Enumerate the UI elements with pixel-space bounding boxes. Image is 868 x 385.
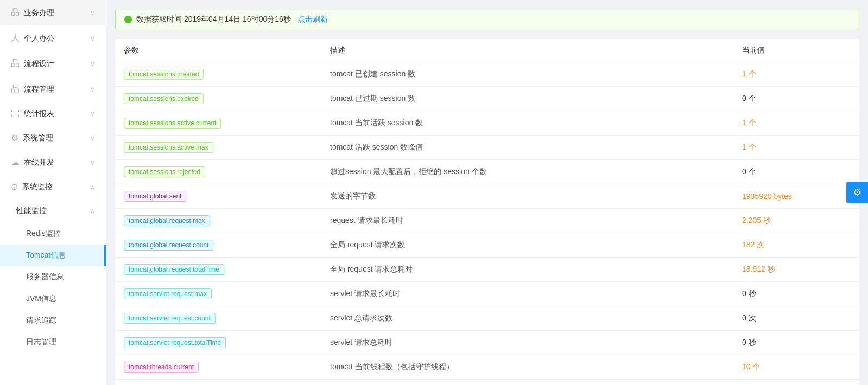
- value-cell: 1 个: [742, 69, 851, 79]
- sys-manage-icon: ⚙: [11, 133, 18, 143]
- sidebar-item-label: 在线开发: [24, 158, 54, 168]
- chevron-down-icon: ∨: [90, 159, 95, 166]
- value-cell: 1 个: [742, 143, 851, 152]
- refresh-button[interactable]: 点击刷新: [297, 15, 328, 24]
- desc-cell: servlet 请求最长耗时: [330, 289, 742, 299]
- desc-cell: 超过session 最大配置后，拒绝的 session 个数: [330, 167, 742, 177]
- chevron-down-icon: ∨: [90, 9, 95, 17]
- param-tag: tomcat.global.request.totalTime: [124, 264, 224, 275]
- col-desc: 描述: [330, 46, 742, 55]
- param-cell: tomcat.sessions.expired: [124, 93, 330, 104]
- sidebar-item-flow-manage[interactable]: 品 流程管理 ∨: [0, 76, 106, 102]
- desc-cell: servlet 总请求次数: [330, 313, 742, 323]
- main-content: 数据获取时间 2019年04月14日 16时00分16秒 点击刷新 参数 描述 …: [106, 0, 868, 385]
- timestamp-text: 数据获取时间 2019年04月14日 16时00分16秒: [136, 15, 291, 24]
- sidebar-item-online-dev[interactable]: ☁ 在线开发 ∨: [0, 150, 106, 175]
- sidebar-item-log-manage[interactable]: 日志管理: [0, 331, 106, 353]
- value-cell: 0 个: [742, 94, 851, 104]
- gear-icon: ⚙: [853, 187, 861, 198]
- param-tag: tomcat.servlet.request.count: [124, 313, 216, 324]
- desc-cell: tomcat 当前活跃 session 数: [330, 118, 742, 128]
- desc-cell: 发送的字节数: [330, 191, 742, 201]
- param-tag: tomcat.sessions.expired: [124, 93, 204, 104]
- param-tag: tomcat.sessions.active.current: [124, 118, 221, 129]
- sys-monitor-icon: ⊙: [11, 182, 18, 192]
- table-row: tomcat.global.request.count 全局 request 请…: [115, 233, 859, 258]
- sidebar-item-label: 业务办理: [24, 8, 54, 18]
- chevron-up-icon: ∧: [90, 183, 95, 191]
- param-cell: tomcat.global.request.totalTime: [124, 264, 330, 275]
- sidebar-item-request-trace[interactable]: 请求追踪: [0, 310, 106, 331]
- desc-cell: 全局 request 请求总耗时: [330, 265, 742, 274]
- table-row: tomcat.threads.current tomcat 当前线程数（包括守护…: [115, 355, 859, 380]
- param-tag: tomcat.servlet.request.max: [124, 288, 212, 299]
- online-dev-icon: ☁: [11, 157, 20, 168]
- sidebar-item-label: 系统管理: [23, 133, 53, 143]
- param-cell: tomcat.sessions.active.max: [124, 142, 330, 153]
- sidebar-item-redis-monitor[interactable]: Redis监控: [0, 223, 106, 245]
- desc-cell: tomcat 已创建 session 数: [330, 69, 742, 79]
- param-cell: tomcat.threads.current: [124, 362, 330, 373]
- chevron-up-icon: ∧: [90, 207, 95, 215]
- param-cell: tomcat.sessions.rejected: [124, 166, 330, 177]
- status-dot: [124, 16, 132, 23]
- sidebar-item-tomcat-info[interactable]: Tomcat信息: [0, 245, 106, 266]
- param-tag: tomcat.servlet.request.totalTime: [124, 337, 226, 348]
- table-header: 参数 描述 当前值: [115, 39, 859, 62]
- flow-design-icon: 品: [11, 58, 20, 69]
- sidebar-item-sys-manage[interactable]: ⚙ 系统管理 ∨: [0, 126, 106, 150]
- sidebar-item-business[interactable]: 品 业务办理 ∨: [0, 0, 106, 25]
- settings-float-button[interactable]: ⚙: [846, 182, 868, 203]
- desc-cell: tomcat 已过期 session 数: [330, 94, 742, 104]
- desc-cell: tomcat 当前线程数（包括守护线程）: [330, 362, 742, 372]
- param-tag: tomcat.global.request.count: [124, 240, 213, 251]
- value-cell: 0 个: [742, 167, 851, 177]
- sidebar-item-personal[interactable]: 人 个人办公 ∨: [0, 25, 106, 51]
- sidebar-item-stats[interactable]: ⛶ 统计报表 ∨: [0, 102, 106, 126]
- desc-cell: servlet 请求总耗时: [330, 338, 742, 348]
- param-tag: tomcat.sessions.active.max: [124, 142, 213, 153]
- table-row: tomcat.servlet.request.max servlet 请求最长耗…: [115, 282, 859, 306]
- chevron-down-icon: ∨: [90, 110, 95, 118]
- business-icon: 品: [11, 7, 20, 18]
- param-cell: tomcat.sessions.created: [124, 69, 330, 80]
- personal-icon: 人: [11, 33, 20, 44]
- sidebar-item-flow-design[interactable]: 品 流程设计 ∨: [0, 51, 106, 76]
- table-row: tomcat.threads.configMax tomcat 配置的线程最大数…: [115, 380, 859, 385]
- table-row: tomcat.sessions.active.max tomcat 活跃 ses…: [115, 136, 859, 160]
- desc-cell: tomcat 活跃 session 数峰值: [330, 143, 742, 152]
- table-row: tomcat.sessions.created tomcat 已创建 sessi…: [115, 62, 859, 87]
- chevron-down-icon: ∨: [90, 86, 95, 93]
- value-cell: 0 秒: [742, 289, 851, 299]
- chevron-down-icon: ∨: [90, 60, 95, 68]
- sidebar-item-label: 流程管理: [24, 85, 54, 94]
- param-cell: tomcat.servlet.request.count: [124, 313, 330, 324]
- sidebar-item-label: 流程设计: [24, 59, 54, 69]
- param-cell: tomcat.global.request.count: [124, 240, 330, 251]
- param-cell: tomcat.global.request.max: [124, 215, 330, 226]
- table-row: tomcat.global.request.max request 请求最长耗时…: [115, 209, 859, 233]
- sidebar-item-sys-monitor[interactable]: ⊙ 系统监控 ∧: [0, 175, 106, 199]
- value-cell: 18.912 秒: [742, 265, 851, 274]
- param-cell: tomcat.servlet.request.max: [124, 288, 330, 299]
- param-tag: tomcat.global.sent: [124, 191, 186, 202]
- chevron-down-icon: ∨: [90, 134, 95, 142]
- sidebar-item-perf-monitor-group[interactable]: 性能监控 ∧: [0, 199, 106, 223]
- sidebar-item-server-info[interactable]: 服务器信息: [0, 266, 106, 288]
- table-row: tomcat.sessions.rejected 超过session 最大配置后…: [115, 160, 859, 184]
- info-bar: 数据获取时间 2019年04月14日 16时00分16秒 点击刷新: [115, 9, 859, 30]
- table-row: tomcat.servlet.request.totalTime servlet…: [115, 331, 859, 355]
- param-cell: tomcat.servlet.request.totalTime: [124, 337, 330, 348]
- table-body: tomcat.sessions.created tomcat 已创建 sessi…: [115, 62, 859, 385]
- param-tag: tomcat.threads.current: [124, 362, 199, 373]
- value-cell: 2.205 秒: [742, 216, 851, 226]
- value-cell: 182 次: [742, 240, 851, 250]
- desc-cell: 全局 request 请求次数: [330, 240, 742, 250]
- param-cell: tomcat.sessions.active.current: [124, 118, 330, 129]
- sidebar-item-jvm-info[interactable]: JVM信息: [0, 288, 106, 310]
- value-cell: 1935920 bytes: [742, 192, 851, 201]
- col-param: 参数: [124, 46, 330, 55]
- table-row: tomcat.global.request.totalTime 全局 reque…: [115, 258, 859, 282]
- data-table: 参数 描述 当前值 tomcat.sessions.created tomcat…: [115, 39, 859, 385]
- param-tag: tomcat.sessions.created: [124, 69, 204, 80]
